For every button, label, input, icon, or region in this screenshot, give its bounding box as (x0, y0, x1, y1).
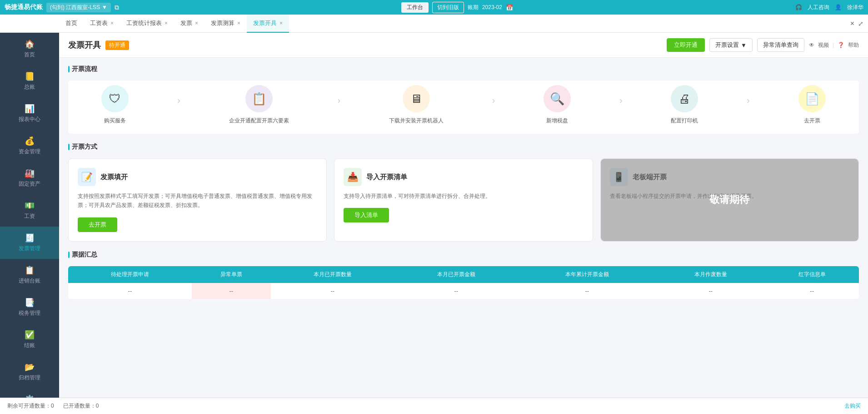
payroll-icon: 💵 (25, 201, 35, 211)
page-title: 发票开具 (68, 40, 101, 50)
purchase-icon: 📋 (25, 265, 35, 275)
sidebar-item-fund[interactable]: 💰 资金管理 (0, 130, 59, 162)
step-printer-label: 配置打印机 (671, 117, 698, 125)
tab-home[interactable]: 首页 (59, 15, 84, 33)
flow-step-configure: 📋 企业开通配置开票六要素 (229, 85, 289, 125)
tab-invoice-calc[interactable]: 发票测算 × (205, 15, 247, 33)
sidebar-item-asset[interactable]: 🏭 固定资产 (0, 162, 59, 194)
closing-icon: ✅ (25, 330, 35, 340)
close-window-icon[interactable]: × (850, 20, 854, 28)
settings-icon: ⚙️ (25, 394, 35, 398)
archive-icon: 📂 (25, 362, 35, 372)
tab-close-invoice[interactable]: × (195, 20, 198, 26)
summary-header-row: 待处理开票申请 异常单票 本月已开票数量 本月已开票金额 本年累计开票金额 本月… (68, 266, 859, 283)
download-icon: 🖥 (410, 92, 422, 106)
company-selector[interactable]: (勾到) 江西服室-LSS ▼ (46, 3, 111, 12)
flow-arrow-3: › (492, 95, 495, 106)
nav-bar: 首页 工资表 × 工资统计报表 × 发票 × 发票测算 × 发票开具 × × ⤢ (0, 15, 868, 33)
step-configure-icon-circle: 📋 (245, 85, 273, 112)
sidebar-item-payroll[interactable]: 💵 工资 (0, 194, 59, 227)
sidebar-item-report[interactable]: 📊 报表中心 (0, 97, 59, 130)
cell-abnormal: -- (192, 283, 271, 299)
manual-title: 发票填开 (100, 173, 128, 182)
nav-bar-actions: × ⤢ (850, 20, 863, 28)
step-download-label: 下载并安装开票机器人 (389, 117, 444, 125)
calendar-icon[interactable]: 📅 (506, 4, 513, 11)
open-now-button[interactable]: 立即开通 (667, 38, 705, 52)
sidebar-item-settings[interactable]: ⚙️ 设置 (0, 388, 59, 398)
step-buy-label: 购买服务 (104, 117, 126, 125)
customer-service-label[interactable]: 人工咨询 (808, 4, 829, 11)
sidebar-item-home[interactable]: 🏠 首页 (0, 33, 59, 65)
sidebar-item-closing[interactable]: ✅ 结账 (0, 323, 59, 356)
copy-icon[interactable]: ⧉ (115, 4, 119, 11)
method-card-boss: 📱 老板端开票 查看老板端小程序提交的开票申请，并作出相应处理及开票。 敬请期待 (600, 158, 859, 242)
view-label[interactable]: 视频 (818, 41, 829, 49)
sidebar-item-purchase[interactable]: 📋 进销台账 (0, 259, 59, 291)
tab-payroll-stats[interactable]: 工资统计报表 × (120, 15, 174, 33)
top-bar-left: 畅捷通易代账 (勾到) 江西服室-LSS ▼ ⧉ (5, 3, 119, 12)
tab-close-invoice-issue[interactable]: × (279, 20, 283, 26)
tab-close-invoice-calc[interactable]: × (237, 20, 240, 26)
content-area: 发票开具 待开通 立即开通 开票设置 ▼ 异常清单查询 👁 视频 | ❓ 帮助 (59, 33, 868, 398)
content-body: 开票流程 🛡 购买服务 › 📋 企业开通配置开票六要素 › (59, 58, 868, 398)
sidebar-label-payroll: 工资 (24, 212, 35, 220)
sidebar-item-ledger[interactable]: 📒 总账 (0, 65, 59, 97)
flow-steps: 🛡 购买服务 › 📋 企业开通配置开票六要素 › 🖥 下载并安装开票 (68, 81, 859, 134)
taxdisk-icon: 🔍 (550, 92, 564, 106)
abnormal-query-button[interactable]: 异常清单查询 (757, 38, 804, 52)
tab-invoice[interactable]: 发票 × (174, 15, 205, 33)
manual-card-header: 📝 发票填开 (78, 168, 317, 186)
customer-service-icon: 🎧 (795, 4, 802, 10)
sidebar-label-asset: 固定资产 (19, 180, 40, 188)
help-icon[interactable]: ❓ (838, 42, 844, 48)
method-card-import: 📥 导入开票清单 支持导入待开票清单，可对待开票清单进行拆分、合并处理。 导入清… (334, 158, 593, 242)
tab-close-payroll-stats[interactable]: × (165, 20, 168, 26)
cell-pending: -- (68, 283, 192, 299)
user-name[interactable]: 徐泽华 (847, 4, 863, 11)
col-month-amount: 本月已开票金额 (394, 266, 518, 283)
expand-icon[interactable]: ⤢ (858, 20, 863, 27)
open-settings-button[interactable]: 开票设置 ▼ (709, 38, 753, 52)
tab-invoice-issue[interactable]: 发票开具 × (247, 15, 289, 33)
sidebar-label-fund: 资金管理 (19, 148, 40, 156)
tab-payroll[interactable]: 工资表 × (84, 15, 120, 33)
manual-icon: 📝 (78, 168, 96, 186)
cell-month-count: -- (271, 283, 394, 299)
footer: 剩余可开通数量：0 已开通数量：0 去购买 (0, 398, 868, 414)
sidebar-label-archive: 归档管理 (19, 374, 40, 382)
sidebar-label-invoice: 发票管理 (19, 245, 40, 252)
switch-version-button[interactable]: 切到旧版 (432, 2, 464, 13)
flow-arrow-4: › (619, 95, 623, 106)
sidebar-item-invoice[interactable]: 🧾 发票管理 (0, 227, 59, 259)
period-label: 账期 (468, 4, 479, 11)
import-icon: 📥 (344, 168, 362, 186)
sidebar-item-archive[interactable]: 📂 归档管理 (0, 356, 59, 388)
import-list-button[interactable]: 导入清单 (344, 208, 389, 222)
page-title-row: 发票开具 待开通 (68, 40, 129, 50)
home-icon: 🏠 (25, 39, 35, 49)
step-configure-label: 企业开通配置开票六要素 (229, 117, 289, 125)
go-issue-button[interactable]: 去开票 (78, 217, 117, 232)
workspace-button[interactable]: 工作台 (401, 2, 429, 13)
tab-close-payroll[interactable]: × (110, 20, 114, 26)
ledger-icon: 📒 (25, 71, 35, 81)
summary-table: 待处理开票申请 异常单票 本月已开票数量 本月已开票金额 本年累计开票金额 本月… (68, 266, 859, 299)
content-header: 发票开具 待开通 立即开通 开票设置 ▼ 异常清单查询 👁 视频 | ❓ 帮助 (59, 33, 868, 58)
tax-icon: 📑 (25, 298, 35, 308)
cell-year-amount: -- (518, 283, 657, 299)
help-label[interactable]: 帮助 (848, 41, 859, 49)
cell-void-count: -- (656, 283, 765, 299)
fund-icon: 💰 (25, 136, 35, 146)
buy-link[interactable]: 去购买 (844, 402, 861, 410)
flow-step-buy: 🛡 购买服务 (101, 85, 129, 125)
sidebar-item-tax[interactable]: 📑 税务管理 (0, 291, 59, 323)
step-issue-label: 去开票 (804, 117, 820, 125)
company-name: (勾到) 江西服室-LSS (50, 4, 100, 11)
dropdown-arrow-icon: ▼ (741, 42, 747, 49)
method-section-title: 开票方式 (68, 143, 859, 151)
sidebar-label-report: 报表中心 (19, 116, 40, 123)
view-icon[interactable]: 👁 (809, 42, 814, 48)
method-card-manual: 📝 发票填开 支持按照发票样式手工填写开发票；可开具增值税电子普通发票、增值税普… (68, 158, 327, 242)
app-logo: 畅捷通易代账 (5, 3, 43, 11)
